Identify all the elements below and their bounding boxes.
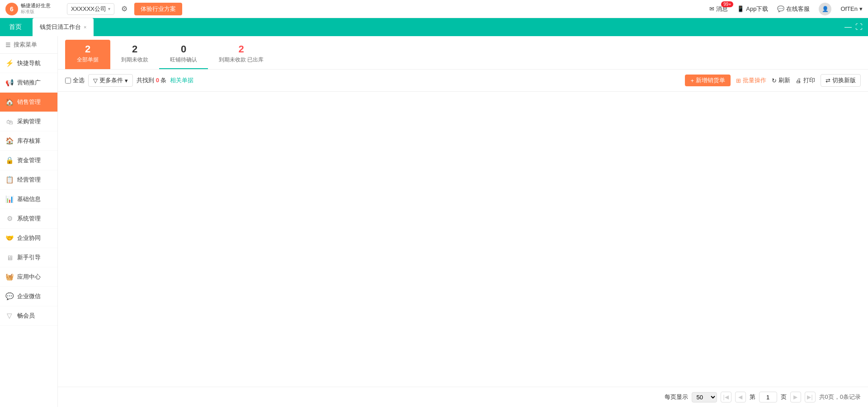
experience-button[interactable]: 体验行业方案 — [134, 3, 182, 15]
sidebar-item-enterprise-wechat-label: 企业微信 — [17, 292, 41, 300]
tab-minimize-button[interactable]: — — [844, 23, 852, 31]
marketing-icon: 📢 — [5, 79, 14, 87]
stat-label-shipped: 到期未收款 已出库 — [219, 56, 264, 64]
member-icon: ▽ — [5, 312, 14, 320]
logo-text: 畅捷通好生意 — [21, 3, 51, 9]
settings-button[interactable]: ⚙ — [118, 3, 131, 15]
pagination-bar: 每页显示 50 100 200 |◀ ◀ 第 页 ▶ ▶| 共0页，0条记录 — [58, 387, 868, 407]
header-right: ✉ 消息 99+ 📱 App下载 💬 在线客服 👤 OfTEn ▾ — [709, 3, 863, 15]
filter-button[interactable]: ▽ 更多条件 ▾ — [88, 74, 133, 87]
app-download-button[interactable]: 📱 App下载 — [737, 5, 768, 13]
avatar[interactable]: 👤 — [819, 3, 831, 15]
new-sale-label: 新增销货单 — [696, 76, 725, 84]
sidebar-item-sales-mgmt[interactable]: 🏠 销售管理 — [0, 93, 57, 112]
sidebar-item-business-mgmt[interactable]: 📋 经营管理 — [0, 170, 57, 190]
logo-icon: 6 — [5, 3, 18, 15]
sidebar-item-finance-mgmt-label: 资金管理 — [17, 156, 41, 164]
sidebar-item-finance-mgmt[interactable]: 🔒 资金管理 — [0, 151, 57, 170]
sidebar-item-marketing[interactable]: 📢 营销推广 — [0, 73, 57, 93]
new-sale-button[interactable]: + 新增销货单 — [685, 75, 731, 86]
online-service-button[interactable]: 💬 在线客服 — [777, 5, 810, 13]
content-area: 2 全部单据 2 到期未收款 0 旺铺待确认 2 到期未收款 已出库 全选 — [58, 36, 868, 407]
service-icon: 💬 — [777, 5, 784, 12]
next-page-button[interactable]: ▶ — [790, 392, 801, 402]
stats-tabs: 2 全部单据 2 到期未收款 0 旺铺待确认 2 到期未收款 已出库 — [58, 36, 868, 70]
chevron-down-icon: ▾ — [108, 6, 110, 11]
related-link[interactable]: 相关单据 — [170, 76, 193, 84]
sidebar-item-purchase-mgmt-label: 采购管理 — [17, 117, 41, 126]
chevron-down-icon-filter: ▾ — [125, 77, 128, 84]
stat-tab-shipped[interactable]: 2 到期未收款 已出库 — [208, 40, 274, 69]
filter-icon: ▽ — [93, 77, 98, 84]
sales-mgmt-icon: 🏠 — [5, 98, 14, 106]
found-count: 0 — [156, 77, 159, 84]
first-page-button[interactable]: |◀ — [721, 392, 731, 402]
page-number-input[interactable] — [759, 392, 777, 402]
sidebar-item-purchase-mgmt[interactable]: 🛍 采购管理 — [0, 112, 57, 131]
message-badge: 99+ — [721, 1, 733, 7]
page-total: 共0页，0条记录 — [819, 393, 861, 401]
sidebar-item-business-mgmt-label: 经营管理 — [17, 176, 41, 184]
print-icon: 🖨 — [796, 77, 802, 84]
switch-label: 切换新版 — [832, 76, 856, 84]
company-name: XXXXXX公司 — [71, 5, 106, 13]
toolbar: 全选 ▽ 更多条件 ▾ 共找到 0 条 相关单据 + 新增销货单 — [58, 70, 868, 92]
logo-badge: 标准版 — [21, 9, 51, 15]
sidebar-item-newbie-guide-label: 新手引导 — [17, 253, 41, 262]
sidebar-item-newbie-guide[interactable]: 🖥 新手引导 — [0, 248, 57, 267]
select-all-input[interactable] — [65, 78, 71, 84]
download-icon: 📱 — [737, 5, 744, 12]
tab-maximize-button[interactable]: ⛶ — [855, 23, 863, 31]
app-download-label: App下载 — [746, 5, 768, 13]
app-center-icon: 🧺 — [5, 273, 14, 281]
table-area — [58, 92, 868, 387]
tab-active[interactable]: 钱货日清工作台 × — [33, 18, 94, 36]
batch-op-button[interactable]: ⊞ 批量操作 — [736, 76, 766, 84]
sidebar-item-basic-info-label: 基础信息 — [17, 195, 41, 203]
search-icon: ☰ — [5, 42, 11, 48]
sidebar-item-basic-info[interactable]: 📊 基础信息 — [0, 190, 57, 209]
online-service-label: 在线客服 — [786, 5, 810, 13]
print-button[interactable]: 🖨 打印 — [796, 76, 815, 84]
stat-tab-pending[interactable]: 0 旺铺待确认 — [159, 40, 208, 69]
sidebar-item-system-mgmt[interactable]: ⚙ 系统管理 — [0, 209, 57, 229]
sidebar-search[interactable]: ☰ 搜索菜单 — [0, 36, 57, 54]
user-name[interactable]: OfTEn ▾ — [840, 5, 863, 12]
stat-label-overdue: 到期未收款 — [121, 56, 148, 64]
stat-tab-all[interactable]: 2 全部单据 — [65, 40, 110, 69]
plus-icon: + — [690, 77, 694, 84]
last-page-button[interactable]: ▶| — [805, 392, 816, 402]
refresh-label: 刷新 — [778, 76, 790, 84]
sidebar-item-inventory[interactable]: 🏠 库存核算 — [0, 131, 57, 151]
logo-area: 6 畅捷通好生意 标准版 — [5, 3, 63, 15]
tab-right-actions: — ⛶ — [844, 23, 868, 31]
select-all-checkbox[interactable]: 全选 — [65, 76, 85, 84]
prev-page-button[interactable]: ◀ — [735, 392, 746, 402]
sidebar-item-member[interactable]: ▽ 畅会员 — [0, 306, 57, 326]
sidebar-item-quick-nav[interactable]: ⚡ 快捷导航 — [0, 54, 57, 73]
stat-label-pending: 旺铺待确认 — [170, 56, 197, 64]
refresh-button[interactable]: ↻ 刷新 — [772, 76, 790, 84]
per-page-label: 每页显示 — [665, 393, 688, 401]
message-icon: ✉ — [709, 5, 714, 12]
sidebar-item-enterprise-wechat[interactable]: 💬 企业微信 — [0, 287, 57, 306]
sidebar-item-enterprise-coop[interactable]: 🤝 企业协同 — [0, 229, 57, 248]
switch-version-button[interactable]: ⇄ 切换新版 — [821, 74, 861, 87]
sidebar: ☰ 搜索菜单 ⚡ 快捷导航 📢 营销推广 🏠 销售管理 🛍 采购管理 🏠 库存核… — [0, 36, 58, 407]
tab-home[interactable]: 首页 — [0, 18, 31, 36]
per-page-select[interactable]: 50 100 200 — [692, 392, 717, 402]
filter-label: 更多条件 — [99, 76, 123, 84]
top-header: 6 畅捷通好生意 标准版 XXXXXX公司 ▾ ⚙ 体验行业方案 ✉ 消息 99… — [0, 0, 868, 18]
company-selector[interactable]: XXXXXX公司 ▾ — [67, 3, 114, 15]
tab-close-icon[interactable]: × — [84, 24, 86, 30]
sidebar-item-inventory-label: 库存核算 — [17, 137, 41, 145]
stat-tab-overdue[interactable]: 2 到期未收款 — [110, 40, 159, 69]
batch-op-icon: ⊞ — [736, 77, 741, 84]
page-text: 第 — [750, 393, 755, 401]
print-label: 打印 — [803, 76, 815, 84]
toolbar-left: 全选 ▽ 更多条件 ▾ 共找到 0 条 相关单据 — [65, 74, 681, 87]
tab-active-label: 钱货日清工作台 — [40, 23, 81, 31]
message-button[interactable]: ✉ 消息 99+ — [709, 5, 728, 13]
sidebar-item-enterprise-coop-label: 企业协同 — [17, 234, 41, 242]
sidebar-item-app-center[interactable]: 🧺 应用中心 — [0, 267, 57, 287]
